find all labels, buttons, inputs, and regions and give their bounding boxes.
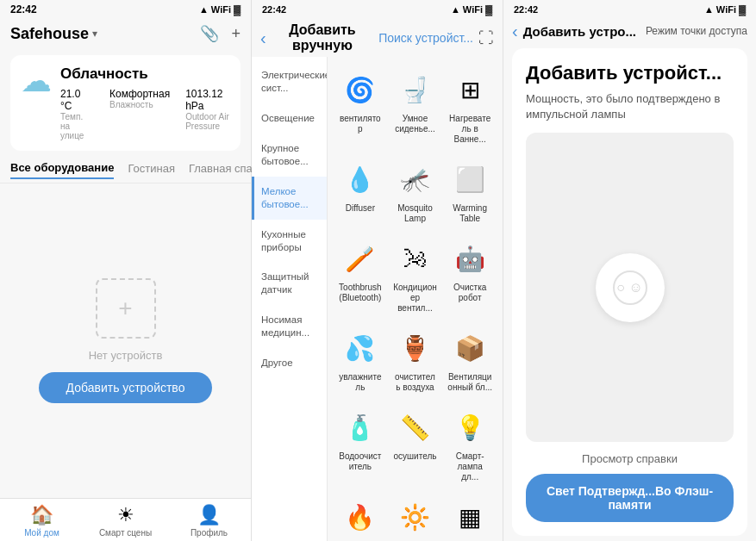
location-icon-3: ▲ xyxy=(704,4,714,15)
status-icons-1: ▲ WiFi ▓ xyxy=(199,4,241,15)
location-icon-2: ▲ xyxy=(451,4,460,15)
temp-label: Темп. на улице xyxy=(60,112,94,140)
device-youting[interactable]: ▦ Youting xyxy=(444,491,496,541)
nav-scenes[interactable]: ☀ Смарт сцены xyxy=(84,504,167,538)
youting-icon: ▦ xyxy=(449,496,490,538)
empty-state: + Нет устройств Добавить устройство xyxy=(0,183,251,498)
add-device-card: Добавить устройст... Мощность, это было … xyxy=(512,48,747,536)
warming-table-label: Warming Table xyxy=(447,203,492,224)
dehumidifier-icon: 📏 xyxy=(394,407,435,448)
cat-small-appliances[interactable]: Мелкое бытовое... xyxy=(252,177,327,220)
ac-fan-icon: 🌬 xyxy=(394,238,435,279)
add-icon[interactable]: + xyxy=(231,25,241,43)
nav-profile[interactable]: 👤 Профиль xyxy=(167,504,251,538)
water-purifier-label: Водоочиститель xyxy=(338,451,383,472)
tab-living-room[interactable]: Гостиная xyxy=(128,162,175,178)
device-air-purifier[interactable]: 🏺 очиститель воздуха xyxy=(390,322,441,398)
empty-placeholder-icon: + xyxy=(96,278,156,339)
sun-icon: ☀ xyxy=(117,504,134,526)
confirm-button[interactable]: Свет Подтвержд...Во Флэш-памяти xyxy=(526,474,734,522)
nav-profile-label: Профиль xyxy=(191,528,228,538)
pressure-label: Outdoor Air Pressure xyxy=(185,112,230,131)
weather-card: ☁ Облачность 21.0 °C Темп. на улице Комф… xyxy=(10,55,241,151)
weather-title: Облачность xyxy=(60,65,230,83)
tab-main-spa[interactable]: Главная спа... xyxy=(189,162,262,178)
device-humidifier[interactable]: 💦 увлажнитель xyxy=(334,322,386,398)
panel-add-manual: 22:42 ▲ WiFi ▓ ‹ Добавить вручную Поиск … xyxy=(252,0,503,541)
wifi-icon-3: WiFi xyxy=(716,4,736,15)
help-text[interactable]: Просмотр справки xyxy=(526,452,734,465)
panel3-title: Добавить устро... xyxy=(523,24,640,39)
bottom-nav: 🏠 Мой дом ☀ Смарт сцены 👤 Профиль xyxy=(0,498,251,541)
location-icon: ▲ xyxy=(199,4,209,15)
device-ac-fan[interactable]: 🌬 Кондиционер вентил... xyxy=(390,233,441,319)
device-bath-heater[interactable]: ⊞ Нагреватель в Ванне... xyxy=(444,64,496,150)
fan-label: вентилятор xyxy=(338,114,383,134)
device-heater-bt[interactable]: 🔆 Обогреватели (Bluetooth) xyxy=(390,491,441,541)
cat-large-appliances[interactable]: Крупное бытовое... xyxy=(252,134,327,177)
warming-table-icon: ⬜ xyxy=(449,159,490,200)
water-purifier-icon: 🧴 xyxy=(340,407,381,448)
battery-icon: ▓ xyxy=(234,4,241,15)
mosquito-lamp-label: Mosquito Lamp xyxy=(393,203,438,224)
header-icons: 📎 + xyxy=(200,24,241,43)
battery-icon-3: ▓ xyxy=(739,4,746,15)
humidity-label: Влажность xyxy=(109,100,170,109)
device-smart-lamp[interactable]: 💡 Смарт-лампа дл... xyxy=(444,401,496,488)
tab-all-equipment[interactable]: Все оборудование xyxy=(10,161,114,179)
device-warming-table[interactable]: ⬜ Warming Table xyxy=(444,153,496,229)
access-point-mode-button[interactable]: Режим точки доступа xyxy=(646,25,747,37)
device-toothbrush[interactable]: 🪥 Toothbrush (Bluetooth) xyxy=(334,233,386,319)
back-button-3[interactable]: ‹ xyxy=(512,22,518,40)
heater-bt-icon: 🔆 xyxy=(394,496,435,538)
device-heater[interactable]: 🔥 Обогреватели xyxy=(334,491,386,541)
smart-lamp-label: Смарт-лампа дл... xyxy=(447,451,492,482)
cat-security[interactable]: Защитный датчик xyxy=(252,262,327,305)
robot-cleaner-icon: 🤖 xyxy=(449,238,490,279)
nav-home[interactable]: 🏠 Мой дом xyxy=(0,504,84,538)
bath-heater-label: Нагреватель в Ванне... xyxy=(447,114,492,145)
status-icons-3: ▲ WiFi ▓ xyxy=(704,4,746,15)
robot-cleaner-label: Очистка робот xyxy=(447,283,492,303)
cat-wearable[interactable]: Носимая медицин... xyxy=(252,305,327,348)
mosquito-lamp-icon: 🦟 xyxy=(394,159,435,200)
humidity-item: Комфортная Влажность xyxy=(109,88,170,140)
search-button-2[interactable]: Поиск устройст... xyxy=(378,31,473,45)
panel-add-device: 22:42 ▲ WiFi ▓ ‹ Добавить устро... Режим… xyxy=(503,0,756,541)
smart-seat-label: Умное сиденье... xyxy=(393,114,438,134)
profile-icon: 👤 xyxy=(197,504,221,526)
panel2-header: ‹ Добавить вручную Поиск устройст... ⛶ xyxy=(252,19,503,57)
panel2-content: Электрические сист... Освещение Крупное … xyxy=(252,57,503,541)
fan-icon: 🌀 xyxy=(340,69,381,110)
heater-icon: 🔥 xyxy=(340,496,381,538)
device-diffuser[interactable]: 💧 Diffuser xyxy=(334,153,386,229)
pressure-value: 1013.12 hPa xyxy=(185,88,230,112)
air-purifier-icon: 🏺 xyxy=(394,327,435,369)
app-header: Safehouse ▾ 📎 + xyxy=(0,19,251,48)
cat-lighting[interactable]: Освещение xyxy=(252,103,327,134)
cat-kitchen[interactable]: Кухонные приборы xyxy=(252,220,327,263)
device-mosquito-lamp[interactable]: 🦟 Mosquito Lamp xyxy=(390,153,441,229)
card-description: Мощность, это было подтверждено в импуль… xyxy=(526,91,734,122)
cat-other[interactable]: Другое xyxy=(252,348,327,378)
cat-electrical[interactable]: Электрические сист... xyxy=(252,60,327,103)
bath-heater-icon: ⊞ xyxy=(449,69,490,110)
device-dehumidifier[interactable]: 📏 осушитель xyxy=(390,401,441,488)
weather-details: 21.0 °C Темп. на улице Комфортная Влажно… xyxy=(60,88,230,140)
smart-lamp-icon: 💡 xyxy=(449,407,490,448)
cloud-icon: ☁ xyxy=(21,65,52,96)
add-device-button[interactable]: Добавить устройство xyxy=(39,372,213,403)
wifi-icon: WiFi xyxy=(211,4,231,15)
device-robot-cleaner[interactable]: 🤖 Очистка робот xyxy=(444,233,496,319)
air-purifier-label: очиститель воздуха xyxy=(393,372,438,393)
app-title-wrap[interactable]: Safehouse ▾ xyxy=(10,25,97,43)
expand-icon[interactable]: ⛶ xyxy=(478,29,494,47)
attach-icon[interactable]: 📎 xyxy=(200,24,219,43)
device-water-purifier[interactable]: 🧴 Водоочиститель xyxy=(334,401,386,488)
time-1: 22:42 xyxy=(10,3,37,16)
back-button-2[interactable]: ‹ xyxy=(260,29,266,47)
temp-value: 21.0 °C xyxy=(60,88,94,112)
device-vent-block[interactable]: 📦 Вентиляционный бл... xyxy=(444,322,496,398)
device-smart-seat[interactable]: 🚽 Умное сиденье... xyxy=(390,64,441,150)
device-fan[interactable]: 🌀 вентилятор xyxy=(334,64,386,150)
